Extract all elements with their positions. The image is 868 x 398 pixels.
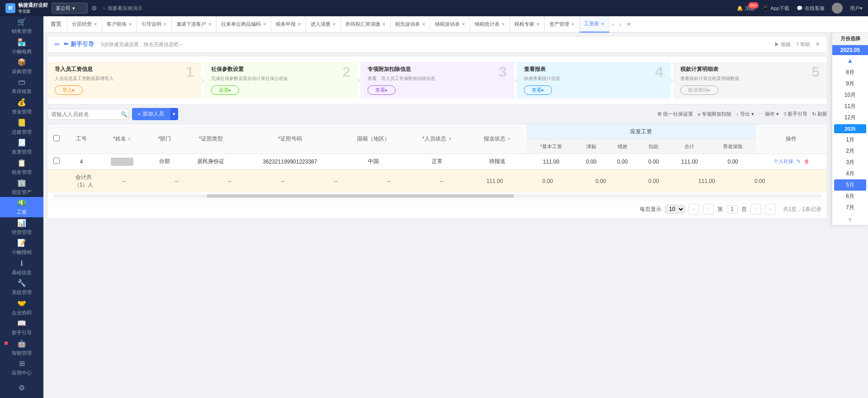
sidebar-item-tax[interactable]: 📋 税务管理: [0, 157, 43, 177]
tab-close-clearbook[interactable]: ✕: [332, 22, 336, 27]
tab-nav-close-all[interactable]: ✕: [624, 21, 634, 28]
tab-customer[interactable]: 客户联络 ✕: [102, 16, 137, 33]
tab-close-taxreduce[interactable]: ✕: [422, 22, 425, 27]
guide-video-btn[interactable]: ▶ 视频: [774, 41, 791, 48]
step-3-btn[interactable]: 查看▸: [368, 85, 396, 95]
tab-clearbook[interactable]: 进入清册 ✕: [306, 16, 341, 33]
sidebar-item-system[interactable]: 🔧 系统管理: [0, 277, 43, 297]
name-sort-icon[interactable]: ⇅: [127, 136, 131, 141]
tab-close-unitcode[interactable]: ✕: [263, 22, 266, 27]
tab-nav-left[interactable]: ‹: [609, 21, 617, 28]
report-filter-icon[interactable]: ▼: [507, 136, 511, 141]
messages-btn[interactable]: 🔔 消息 99+: [737, 5, 755, 12]
month-item-9[interactable]: 9月: [834, 78, 866, 89]
action-edit-btn[interactable]: ✎: [797, 159, 801, 164]
tab-close-assetmgr[interactable]: ✕: [571, 22, 575, 27]
special-deduct-btn[interactable]: ≡ 专项附加扣除: [698, 111, 731, 117]
sidebar-item-inventory[interactable]: 🗃 库存核算: [0, 76, 43, 96]
month-item-2[interactable]: 2月: [834, 145, 866, 157]
company-selector[interactable]: 某公司 ▾: [52, 3, 88, 14]
tab-taxstat[interactable]: 纳税波动表 ✕: [430, 16, 470, 33]
gear-button[interactable]: ⚙: [91, 5, 97, 12]
first-page-btn[interactable]: «: [689, 204, 699, 215]
month-item-3[interactable]: 3月: [834, 157, 866, 168]
tab-home[interactable]: 首页: [45, 16, 67, 33]
scrollbar-thumb[interactable]: [207, 194, 514, 198]
sidebar-item-purchase[interactable]: 📦 采购管理: [0, 56, 43, 76]
tab-taxdecl[interactable]: 税务申报 ✕: [271, 16, 306, 33]
tab-unitcode[interactable]: 往来单位商品编码 ✕: [217, 16, 271, 33]
add-person-dropdown-btn[interactable]: ▾: [170, 108, 178, 120]
actions-btn[interactable]: ⋯ 操作 ▾: [759, 111, 779, 117]
step-1-btn[interactable]: 导入▸: [55, 85, 83, 95]
sidebar-item-settings[interactable]: ⚙: [0, 378, 43, 398]
tab-close-taxcalc[interactable]: ✕: [382, 22, 386, 27]
select-all-checkbox[interactable]: [53, 135, 60, 141]
tab-assetmgr[interactable]: 资产管理 ✕: [545, 16, 580, 33]
status-filter-icon[interactable]: ▼: [448, 136, 452, 141]
action-social-btn[interactable]: 个人社保: [774, 159, 793, 164]
tab-taxcalc[interactable]: 所得税汇算清缴 ✕: [341, 16, 391, 33]
online-service-btn[interactable]: 💬 在线客服: [797, 5, 825, 12]
sidebar-item-ledger[interactable]: 📒 总账管理: [0, 117, 43, 136]
user-name[interactable]: 用户▾: [850, 5, 863, 12]
sidebar-item-salary[interactable]: 💵 工资: [0, 197, 43, 217]
tab-hierarchy[interactable]: 分层经营 ✕: [67, 16, 102, 33]
search-input[interactable]: [51, 111, 119, 117]
action-delete-btn[interactable]: 🗑: [804, 159, 809, 164]
sidebar-item-operations[interactable]: 📊 经营管理: [0, 217, 43, 237]
tab-close-taxcount[interactable]: ✕: [501, 22, 505, 27]
row-checkbox[interactable]: [53, 158, 60, 164]
per-page-select[interactable]: 10 20 50: [665, 205, 685, 214]
last-page-btn[interactable]: »: [765, 204, 776, 215]
step-2-btn[interactable]: 设置▸: [211, 85, 239, 95]
tab-close-taxstat[interactable]: ✕: [462, 22, 465, 27]
month-item-7[interactable]: 7月: [834, 202, 866, 213]
month-item-4[interactable]: 4月: [834, 168, 866, 179]
demo-btn[interactable]: ○ 我要看实例演示: [103, 5, 142, 12]
refresh-btn[interactable]: ↻ 刷新: [812, 111, 827, 117]
month-item-8[interactable]: 8月: [834, 67, 866, 78]
sidebar-item-smart[interactable]: 🤖 智能管理: [0, 338, 43, 358]
tab-salary[interactable]: 工资表 ✕: [580, 16, 609, 33]
tab-invite[interactable]: 邀请下游客户 ✕: [172, 16, 217, 33]
sidebar-item-apps[interactable]: ⊞ 应用中心: [0, 358, 43, 378]
horizontal-scrollbar[interactable]: [53, 194, 821, 198]
search-icon[interactable]: 🔍: [121, 111, 127, 117]
tab-close-customer[interactable]: ✕: [128, 22, 132, 27]
next-page-btn[interactable]: ›: [750, 204, 761, 215]
month-item-5[interactable]: 5月: [834, 179, 866, 191]
sidebar-item-enterprise[interactable]: 🤝 企业协同: [0, 298, 43, 318]
tab-taxreduce[interactable]: 税负波动表 ✕: [391, 16, 430, 33]
add-person-btn[interactable]: + 添加人员: [132, 108, 170, 120]
prev-page-btn[interactable]: ‹: [703, 204, 714, 215]
month-nav-down-btn[interactable]: ▼: [846, 216, 854, 223]
tab-close-hierarchy[interactable]: ✕: [94, 22, 97, 27]
sidebar-item-invoice[interactable]: 🧾 发票管理: [0, 137, 43, 157]
tab-taxexpert[interactable]: 税检专家 ✕: [510, 16, 545, 33]
tab-close-salary[interactable]: ✕: [601, 21, 604, 26]
unify-social-btn[interactable]: ⚙ 统一社保设置: [657, 111, 693, 117]
step-4-btn[interactable]: 查看▸: [524, 85, 552, 95]
avatar[interactable]: [832, 3, 843, 14]
month-nav-up-btn[interactable]: ▲: [846, 57, 854, 64]
month-item-1[interactable]: 1月: [834, 134, 866, 145]
app-download-btn[interactable]: 📱 App下载: [762, 5, 789, 12]
new-guide-btn[interactable]: ? 新手引导: [783, 111, 807, 117]
sidebar-item-guide[interactable]: 📖 新手引导: [0, 318, 43, 337]
tab-nav-right[interactable]: ›: [617, 21, 624, 28]
sidebar-item-xiaoreport[interactable]: 📝 小畅报销: [0, 237, 43, 257]
tab-guide[interactable]: 引导说明 ✕: [137, 16, 172, 33]
tab-close-invite[interactable]: ✕: [208, 22, 212, 27]
sidebar-item-assets[interactable]: 🏢 固定资产: [0, 177, 43, 197]
month-item-10[interactable]: 10月: [834, 89, 866, 101]
tab-close-taxexpert[interactable]: ✕: [536, 22, 540, 27]
step-5-btn[interactable]: 敬请期待▸: [680, 85, 718, 95]
sidebar-item-finance[interactable]: 💰 资金管理: [0, 97, 43, 117]
search-box[interactable]: 🔍: [47, 109, 128, 120]
month-item-6[interactable]: 6月: [834, 191, 866, 202]
sidebar-item-sales[interactable]: 🛒 销售管理: [0, 16, 43, 36]
month-item-11[interactable]: 11月: [834, 101, 866, 112]
guide-help-btn[interactable]: ? 帮助: [796, 41, 810, 48]
sidebar-item-basic[interactable]: ℹ 基础信息: [0, 258, 43, 277]
